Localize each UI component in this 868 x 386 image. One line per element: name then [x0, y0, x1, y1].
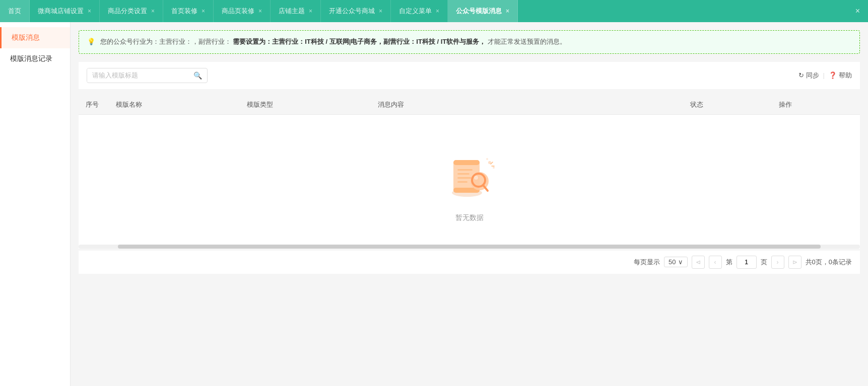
- nav-tab-label: 自定义菜单: [399, 7, 432, 16]
- empty-text: 暂无数据: [79, 213, 860, 222]
- toolbar-right: ↻ 同步 | ❓ 帮助: [798, 71, 852, 80]
- svg-rect-4: [457, 169, 473, 171]
- table-col-type: 模版类型: [240, 95, 371, 115]
- page-number-input[interactable]: [737, 256, 757, 269]
- nav-tab-custom-menu[interactable]: 自定义菜单×: [391, 0, 448, 22]
- svg-rect-5: [457, 173, 470, 175]
- sidebar: 模版消息模版消息记录: [0, 22, 71, 386]
- page-total: 共0页，0条记录: [806, 258, 852, 267]
- page-label: 第: [726, 258, 732, 267]
- nav-tab-close-product-decor[interactable]: ×: [258, 8, 262, 15]
- nav-tab-label: 商品页装修: [222, 7, 254, 16]
- lightbulb-icon: 💡: [87, 38, 95, 45]
- nav-tab-product-category[interactable]: 商品分类设置×: [100, 0, 163, 22]
- data-table: 序号模版名称模版类型消息内容状态操作: [79, 95, 860, 243]
- notice-prefix: 您的公众号行业为：主营行业：，副营行业：: [100, 38, 231, 45]
- page-size-dropdown-icon: ∨: [678, 258, 683, 266]
- search-button[interactable]: 🔍: [188, 68, 207, 83]
- page-size-label: 每页显示: [634, 258, 660, 267]
- prev-page-button[interactable]: ‹: [709, 256, 722, 269]
- empty-icon: [439, 145, 500, 205]
- scrollbar-track[interactable]: [79, 245, 860, 249]
- nav-tab-open-wechat-shop[interactable]: 开通公众号商城×: [321, 0, 391, 22]
- nav-tab-label: 微商城店铺设置: [38, 7, 84, 16]
- help-button[interactable]: ❓ 帮助: [829, 71, 852, 80]
- notice-suffix: 才能正常发送预置的消息。: [488, 38, 566, 45]
- nav-tab-product-decor[interactable]: 商品页装修×: [214, 0, 271, 22]
- nav-tab-label: 首页装修: [171, 7, 197, 16]
- content-area: 💡 您的公众号行业为：主营行业：，副营行业： 需要设置为：主营行业：IT科技 /…: [71, 22, 868, 386]
- page-unit-label: 页: [761, 258, 767, 267]
- nav-tab-wshop-settings[interactable]: 微商城店铺设置×: [30, 0, 100, 22]
- search-icon: 🔍: [193, 71, 202, 80]
- table-col-content: 消息内容: [371, 95, 683, 115]
- nav-tab-close-product-category[interactable]: ×: [151, 8, 155, 15]
- search-input-wrap: 🔍: [87, 68, 208, 83]
- nav-tab-close-home-decor[interactable]: ×: [202, 8, 205, 15]
- nav-tab-label: 店铺主题: [279, 7, 305, 16]
- help-icon: ❓: [829, 71, 837, 79]
- main-layout: 模版消息模版消息记录 💡 您的公众号行业为：主营行业：，副营行业： 需要设置为：…: [0, 22, 868, 386]
- page-size-value: 50: [669, 258, 676, 266]
- sync-button[interactable]: ↻ 同步: [798, 71, 819, 80]
- svg-rect-7: [457, 181, 468, 183]
- global-close-button[interactable]: ×: [847, 7, 868, 16]
- svg-point-14: [486, 158, 488, 160]
- search-input[interactable]: [87, 68, 188, 82]
- nav-tab-home[interactable]: 首页: [0, 0, 30, 22]
- table-wrap: 序号模版名称模版类型消息内容状态操作: [79, 95, 860, 249]
- page-size-select[interactable]: 50 ∨: [664, 257, 687, 267]
- nav-tab-close-wechat-template[interactable]: ×: [506, 8, 509, 15]
- nav-tab-label: 商品分类设置: [108, 7, 147, 16]
- last-page-button[interactable]: ⊳: [788, 256, 802, 269]
- nav-tab-close-custom-menu[interactable]: ×: [436, 8, 439, 15]
- sidebar-item-template-record[interactable]: 模版消息记录: [0, 48, 70, 69]
- table-col-action: 操作: [772, 95, 860, 115]
- next-page-button[interactable]: ›: [771, 256, 784, 269]
- top-nav: 首页微商城店铺设置×商品分类设置×首页装修×商品页装修×店铺主题×开通公众号商城…: [0, 0, 868, 22]
- table-col-status: 状态: [683, 95, 771, 115]
- empty-state: 暂无数据: [79, 115, 860, 243]
- nav-tab-home-decor[interactable]: 首页装修×: [163, 0, 214, 22]
- svg-rect-2: [453, 160, 480, 165]
- first-page-button[interactable]: ⊲: [692, 256, 705, 269]
- pagination-bar: 每页显示 50 ∨ ⊲ ‹ 第 页 › ⊳ 共0页，0条记录: [79, 251, 860, 274]
- table-col-name: 模版名称: [109, 95, 240, 115]
- nav-tab-label: 公众号模版消息: [456, 7, 502, 16]
- divider: |: [823, 71, 825, 79]
- svg-point-13: [493, 167, 495, 169]
- nav-tab-close-shop-theme[interactable]: ×: [309, 8, 312, 15]
- search-toolbar: 🔍 ↻ 同步 | ❓ 帮助: [79, 62, 860, 89]
- nav-tab-shop-theme[interactable]: 店铺主题×: [271, 0, 321, 22]
- svg-rect-6: [457, 177, 472, 179]
- table-col-index: 序号: [79, 95, 109, 115]
- sync-icon: ↻: [798, 71, 804, 79]
- nav-tab-wechat-template[interactable]: 公众号模版消息×: [448, 0, 518, 22]
- svg-point-11: [474, 176, 478, 180]
- nav-tab-close-wshop-settings[interactable]: ×: [88, 8, 91, 15]
- nav-tab-close-open-wechat-shop[interactable]: ×: [379, 8, 382, 15]
- nav-tab-label: 开通公众号商城: [329, 7, 375, 16]
- notice-box: 💡 您的公众号行业为：主营行业：，副营行业： 需要设置为：主营行业：IT科技 /…: [79, 30, 860, 54]
- nav-tab-label: 首页: [8, 7, 21, 16]
- sidebar-item-template-msg[interactable]: 模版消息: [0, 27, 70, 48]
- notice-highlight: 需要设置为：主营行业：IT科技 / 互联网|电子商务，副营行业：IT科技 / I…: [233, 38, 486, 45]
- table-header: 序号模版名称模版类型消息内容状态操作: [79, 95, 860, 115]
- scrollbar-thumb[interactable]: [118, 245, 821, 249]
